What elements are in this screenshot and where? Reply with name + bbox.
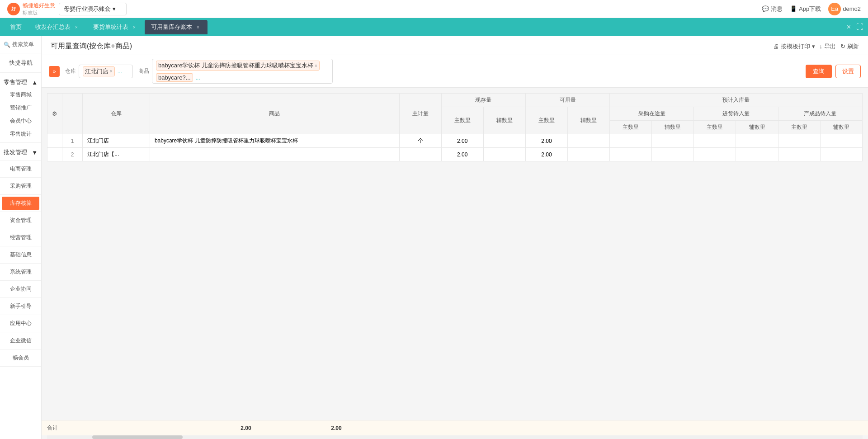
sidebar-item-operations[interactable]: 经营管理 [0,231,41,244]
sidebar-item-ecommerce[interactable]: 电商管理 [0,162,41,175]
sidebar-item-retail-mall[interactable]: 零售商城 [0,88,41,101]
tab-bar: 首页 收发存汇总表 × 要货单统计表 × 可用量库存账本 × × ⛶ [0,18,868,36]
message-icon: 💬 [762,5,769,12]
sidebar-item-retail-stats[interactable]: 零售统计 [0,127,41,141]
product-filter-input[interactable]: babycare学饮杯 儿童防摔防撞吸管杯重力球吸嘴杯宝宝水杯 × babyca… [152,59,333,84]
sidebar-item-basic-info[interactable]: 基础信息 [0,248,41,261]
table-row: 1 江北门店 babycare学饮杯 儿童防摔防撞吸管杯重力球吸嘴杯宝宝水杯 个… [47,134,863,148]
tab-close-income[interactable]: × [73,24,80,30]
refresh-button[interactable]: ↻ 刷新 [840,42,859,51]
user-profile[interactable]: Ea demo2 [828,3,861,15]
sidebar-item-marketing[interactable]: 营销推广 [0,101,41,114]
th-available: 可用量 [525,94,609,107]
td-pw-main-1 [694,134,736,148]
th-settings[interactable]: ⚙ [47,94,62,134]
td-warehouse-1: 江北门店 [83,134,150,148]
td-curr-main-2: 2.00 [441,148,483,161]
td-prod-main-2 [778,148,820,161]
filter-toggle-button[interactable]: » [49,66,60,77]
sidebar-item-inventory[interactable]: 库存核算 [2,197,39,210]
scrollbar-thumb[interactable] [92,435,183,439]
td-product-2 [150,148,399,161]
td-pw-aux-1 [736,134,778,148]
sidebar-item-system[interactable]: 系统管理 [0,265,41,279]
td-settings-2 [47,148,62,161]
sidebar-section-wechat: 企业微信 [0,332,41,349]
message-button[interactable]: 💬 消息 [762,5,783,13]
product-tag-1-close[interactable]: × [315,63,317,68]
warehouse-filter-label: 仓库 [65,67,76,75]
warehouse-filter-input[interactable]: 江北门店 × ... [79,65,133,78]
th-po-main: 主数里 [610,121,652,134]
th-index [62,94,83,134]
sidebar-item-purchase[interactable]: 采购管理 [0,179,41,193]
td-prod-main-1 [778,134,820,148]
logo-icon: 好 [7,3,20,15]
sidebar-retail-header[interactable]: 零售管理 ▲ [0,75,41,88]
th-current-main: 主数里 [441,107,483,134]
th-current-stock: 现存量 [441,94,525,107]
td-po-aux-1 [652,134,694,148]
print-icon: 🖨 [773,43,779,50]
template-print-button[interactable]: 🖨 按模板打印 ▾ [773,42,815,51]
warehouse-tag-close[interactable]: × [110,69,113,74]
sidebar-wholesale-header[interactable]: 批发管理 ▼ [0,145,41,158]
td-unit-2 [399,148,441,161]
warehouse-more-button[interactable]: ... [118,68,122,75]
td-index-2: 2 [62,148,83,161]
scrollbar-area[interactable] [47,435,863,439]
td-avail-main-2: 2.00 [525,148,567,161]
tab-home[interactable]: 首页 [4,20,28,34]
tab-order-stats[interactable]: 要货单统计表 × [87,20,144,34]
td-avail-main-1: 2.00 [525,134,567,148]
tab-close-order-stats[interactable]: × [131,24,137,30]
sidebar-item-quick-nav[interactable]: 快捷导航 [0,55,41,71]
page-header: 可用量查询(按仓库+商品) 🖨 按模板打印 ▾ ↓ 导出 ↻ 刷新 [42,36,868,55]
sidebar-section-system: 系统管理 [0,264,41,281]
sidebar-section-retail: 零售管理 ▲ 零售商城 营销推广 会员中心 零售统计 [0,73,41,143]
maximize-window-icon[interactable]: ⛶ [855,22,864,32]
td-product-1: babycare学饮杯 儿童防摔防撞吸管杯重力球吸嘴杯宝宝水杯 [150,134,399,148]
footer-label: 合计 [47,424,88,432]
export-button[interactable]: ↓ 导出 [820,42,836,51]
th-main-unit: 主计量 [399,94,441,134]
sidebar-section-member: 畅会员 [0,349,41,367]
td-unit-1: 个 [399,134,441,148]
td-prod-aux-1 [820,134,862,148]
tab-available-stock[interactable]: 可用量库存账本 × [145,20,208,34]
product-more-button[interactable]: ... [196,75,200,81]
td-curr-aux-1 [483,134,525,148]
sidebar-item-new-guide[interactable]: 新手引导 [0,300,41,313]
logo-text: 畅捷通好生意 [23,2,55,9]
sidebar-item-app-center[interactable]: 应用中心 [0,317,41,330]
footer-current-aux [269,425,314,431]
query-button[interactable]: 查询 [806,65,832,78]
product-filter-label: 商品 [138,67,149,75]
filter-bar: » 仓库 江北门店 × ... 商品 babycare学饮杯 儿童防摔防撞吸管杯… [42,55,868,88]
sidebar-item-cooperation[interactable]: 企业协同 [0,283,41,296]
search-menu-button[interactable]: 🔍 搜索菜单 [0,36,41,53]
industry-select[interactable]: 母婴行业演示账套 ▾ [59,3,127,15]
sidebar-section-new-guide: 新手引导 [0,298,41,315]
chevron-down-icon: ▼ [32,149,38,156]
close-window-icon[interactable]: × [846,22,852,32]
settings-button[interactable]: 设置 [835,65,861,78]
td-avail-aux-2 [568,148,610,161]
table-footer: 合计 2.00 2.00 [42,420,868,435]
table-area: ⚙ 仓库 商品 主计量 现存量 可用量 预计入库量 主数里 辅数里 主数里 [42,88,868,420]
product-tag-1: babycare学饮杯 儿童防摔防撞吸管杯重力球吸嘴杯宝宝水杯 × [156,61,320,71]
td-index-1: 1 [62,134,83,148]
top-bar-right: 💬 消息 📱 App下载 Ea demo2 [762,3,861,15]
main-layout: 🔍 搜索菜单 快捷导航 零售管理 ▲ 零售商城 营销推广 会员中心 零售统计 批… [0,36,868,439]
app-download-button[interactable]: 📱 App下载 [790,5,821,13]
sidebar-item-wechat[interactable]: 企业微信 [0,334,41,347]
th-purchase-onway: 采购在途量 [610,107,694,121]
td-settings-1 [47,134,62,148]
sidebar-item-finance[interactable]: 资金管理 [0,214,41,227]
sidebar-item-members[interactable]: 会员中心 [0,114,41,127]
tab-close-available-stock[interactable]: × [195,24,201,30]
sidebar-item-member[interactable]: 畅会员 [0,351,41,364]
tab-income[interactable]: 收发存汇总表 × [29,20,86,34]
td-po-main-2 [610,148,652,161]
th-po-aux: 辅数里 [652,121,694,134]
